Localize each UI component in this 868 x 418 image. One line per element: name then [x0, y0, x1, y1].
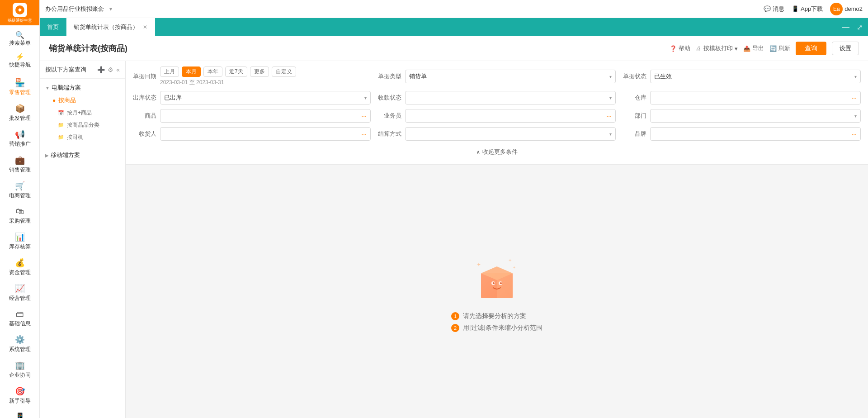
doc-type-control[interactable]: 销货单 ▾ [405, 70, 616, 83]
sidebar-item-newbie[interactable]: 🎯 新手引导 [0, 383, 39, 408]
tab-close-btn[interactable]: ✕ [143, 24, 147, 30]
help-icon: ❓ [670, 45, 677, 52]
sidebar-item-system[interactable]: ⚙️ 系统管理 [0, 331, 39, 357]
collapse-btn[interactable]: ∧ 收起更多条件 [133, 145, 861, 159]
mobile-section: ▶ 移动端方案 [40, 146, 125, 164]
last-month-btn[interactable]: 上月 [160, 66, 179, 77]
custom-btn[interactable]: 自定义 [272, 66, 296, 77]
this-year-btn[interactable]: 本年 [203, 66, 222, 77]
print-dropdown-icon[interactable]: ▾ [735, 45, 738, 52]
tab-home[interactable]: 首页 [40, 18, 66, 36]
product-label: 商品 [133, 112, 156, 120]
ecommerce-icon: 🛒 [15, 181, 25, 191]
user-menu-btn[interactable]: Ea demo2 [830, 3, 863, 15]
refresh-btn[interactable]: 🔄 刷新 [769, 44, 790, 52]
collapse-panel-btn[interactable]: « [116, 66, 120, 73]
topbar-right: 💬 消息 📱 App下载 Ea demo2 [764, 3, 863, 15]
quick-nav-btn[interactable]: ⚡ 快捷导航 [0, 50, 39, 71]
doc-status-control[interactable]: 已生效 ▾ [650, 70, 861, 83]
doc-status-dropdown-icon: ▾ [854, 74, 857, 79]
warehouse-control[interactable]: ··· [650, 91, 861, 104]
basic-icon: 🗃 [16, 309, 24, 319]
download-icon: 📱 [792, 5, 799, 12]
department-control[interactable]: ▾ [650, 109, 861, 123]
inventory-icon: 📊 [15, 232, 25, 242]
mobile-section-title[interactable]: ▶ 移动端方案 [40, 149, 125, 162]
brand-dots[interactable]: ··· [851, 130, 857, 138]
department-dropdown-icon: ▾ [854, 114, 857, 119]
warehouse-label: 仓库 [623, 94, 646, 102]
brand-control[interactable]: ··· [650, 127, 861, 141]
sidebar-item-enterprise[interactable]: 🏢 企业协同 [0, 357, 39, 383]
print-template-btn[interactable]: 🖨 按模板打印 ▾ [696, 44, 738, 52]
page-header: 销货单统计表(按商品) ❓ 帮助 🖨 按模板打印 ▾ 📤 导出 [40, 36, 868, 61]
sidebar-item-basic[interactable]: 🗃 基础信息 [0, 306, 39, 331]
out-status-control[interactable]: 已出库 ▾ [160, 91, 371, 104]
left-panel-title: 按以下方案查询 [45, 66, 86, 74]
this-month-btn[interactable]: 本月 [182, 66, 201, 77]
doc-type-value: 销货单 [409, 72, 608, 81]
empty-tip-1: 1 请先选择要分析的方案 [451, 312, 542, 320]
left-panel-header: 按以下方案查询 ➕ ⚙ « [40, 61, 125, 79]
search-menu-btn[interactable]: 🔍 搜索菜单 [0, 25, 39, 50]
tree-item-by-product[interactable]: ● 按商品 [40, 94, 125, 107]
recipient-dots[interactable]: ··· [361, 130, 367, 138]
product-dots[interactable]: ··· [361, 112, 367, 119]
operations-icon: 📈 [15, 284, 25, 294]
settings-button[interactable]: 设置 [832, 42, 859, 55]
svg-text:✦: ✦ [508, 258, 512, 263]
doc-type-dropdown-icon: ▾ [609, 74, 612, 79]
wholesale-icon: 📦 [15, 104, 25, 114]
sidebar-item-finance[interactable]: 💰 资金管理 [0, 254, 39, 280]
last-7-days-btn[interactable]: 近7天 [225, 66, 247, 77]
export-icon: 📤 [743, 45, 750, 52]
help-btn[interactable]: ❓ 帮助 [670, 44, 690, 52]
message-btn[interactable]: 💬 消息 [764, 5, 784, 13]
query-button[interactable]: 查询 [796, 42, 826, 55]
salesperson-dots[interactable]: ··· [606, 112, 612, 119]
department-label: 部门 [623, 112, 646, 120]
finance-icon: 💰 [15, 258, 25, 268]
minimize-window-btn[interactable]: — [840, 21, 851, 33]
sidebar-item-app-center[interactable]: 📱 应用中心 [0, 408, 39, 418]
doc-type-field: 单据类型 销货单 ▾ [378, 66, 616, 86]
sidebar-item-sales[interactable]: 💼 销售管理 [0, 152, 39, 177]
recipient-field: 收货人 ··· [133, 127, 371, 141]
maximize-window-btn[interactable]: ⤢ [855, 21, 864, 33]
payment-status-control[interactable]: ▾ [405, 91, 616, 104]
sidebar: 畅捷通好生意 🔍 搜索菜单 ⚡ 快捷导航 🏪 零售管理 📦 批发管理 📢 营销推… [0, 0, 40, 418]
tree-item-by-category[interactable]: 📁 按商品品分类 [40, 119, 125, 131]
add-scheme-btn[interactable]: ➕ [97, 66, 105, 73]
right-panel: 单据日期 上月 本月 本年 近7天 更多 自定义 20 [126, 61, 868, 418]
more-btn[interactable]: 更多 [250, 66, 269, 77]
doc-status-label: 单据状态 [623, 72, 646, 81]
logo-icon [13, 3, 27, 17]
edit-scheme-btn[interactable]: ⚙ [108, 66, 113, 73]
sidebar-item-wholesale[interactable]: 📦 批发管理 [0, 100, 39, 126]
industry-dropdown-icon[interactable]: ▾ [109, 6, 112, 12]
sidebar-item-purchase[interactable]: 🛍 采购管理 [0, 203, 39, 228]
app-download-btn[interactable]: 📱 App下载 [792, 5, 823, 13]
salesperson-control[interactable]: ··· [405, 109, 616, 123]
sidebar-item-inventory[interactable]: 📊 库存核算 [0, 228, 39, 254]
warehouse-dots[interactable]: ··· [851, 94, 857, 101]
payment-method-control[interactable]: ▾ [405, 127, 616, 141]
sidebar-item-ecommerce[interactable]: 🛒 电商管理 [0, 177, 39, 203]
tree-item-by-month-product[interactable]: 📅 按月+商品 [40, 107, 125, 119]
empty-illustration: ✦ ✦ ✦ [470, 251, 524, 305]
pc-section-title[interactable]: ▼ 电脑端方案 [40, 81, 125, 94]
payment-method-field: 结算方式 ▾ [378, 127, 616, 141]
filter-row-3: 商品 ··· 业务员 ··· [133, 109, 861, 123]
recipient-control[interactable]: ··· [160, 127, 371, 141]
sidebar-item-retail[interactable]: 🏪 零售管理 [0, 74, 39, 100]
svg-text:✦: ✦ [476, 261, 481, 268]
export-btn[interactable]: 📤 导出 [743, 44, 764, 52]
sidebar-item-operations[interactable]: 📈 经营管理 [0, 280, 39, 306]
product-control[interactable]: ··· [160, 109, 371, 123]
tree-item-by-driver[interactable]: 📁 按司机 [40, 131, 125, 143]
page-content: 销货单统计表(按商品) ❓ 帮助 🖨 按模板打印 ▾ 📤 导出 [40, 36, 868, 418]
tab-sales-stats[interactable]: 销货单统计表（按商品） ✕ [66, 18, 155, 36]
sidebar-item-marketing[interactable]: 📢 营销推广 [0, 126, 39, 152]
doc-type-label: 单据类型 [378, 72, 401, 81]
tip-num-1: 1 [451, 312, 459, 320]
